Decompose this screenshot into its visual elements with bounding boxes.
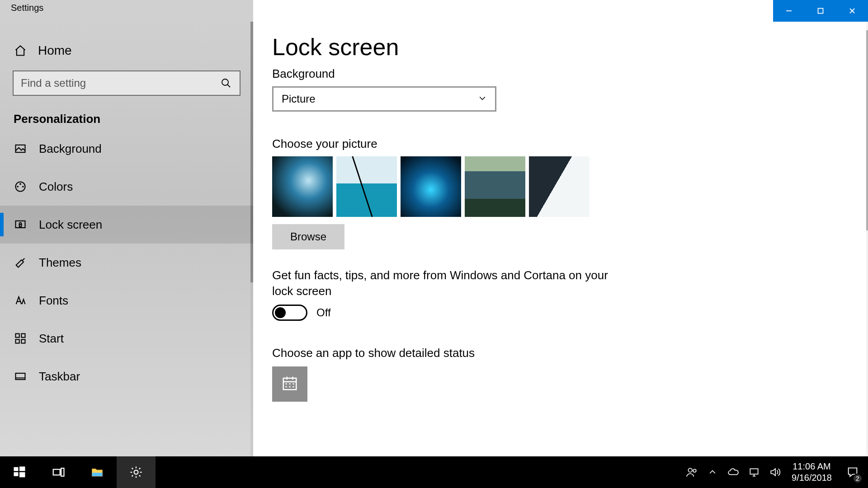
svg-rect-32	[14, 472, 19, 476]
tray-network-icon[interactable]	[745, 456, 764, 488]
taskbar-icon	[14, 370, 27, 383]
content-scrollbar[interactable]	[866, 22, 868, 456]
sidebar-item-label: Lock screen	[39, 218, 102, 232]
svg-rect-14	[16, 334, 19, 338]
choose-picture-label: Choose your picture	[272, 137, 849, 151]
svg-rect-40	[750, 469, 758, 474]
fonts-icon	[14, 294, 27, 307]
svg-rect-31	[19, 467, 25, 471]
sidebar-item-taskbar[interactable]: Taskbar	[0, 357, 253, 395]
sidebar-item-label: Taskbar	[39, 370, 80, 384]
start-button[interactable]	[0, 456, 39, 488]
palette-icon	[14, 180, 27, 193]
background-dropdown[interactable]: Picture	[272, 86, 496, 112]
svg-rect-35	[61, 468, 64, 476]
svg-point-4	[222, 79, 228, 85]
sidebar-item-label: Colors	[39, 180, 73, 194]
taskbar-app-file-explorer[interactable]	[78, 456, 117, 488]
picture-thumbnail[interactable]	[336, 156, 397, 217]
search-input-container[interactable]	[13, 70, 241, 96]
window-title: Settings	[0, 0, 43, 13]
chevron-down-icon	[478, 94, 487, 105]
start-tiles-icon	[14, 332, 27, 345]
svg-point-9	[17, 186, 19, 188]
svg-line-5	[227, 84, 230, 87]
sidebar-item-start[interactable]: Start	[0, 319, 253, 357]
taskbar-clock[interactable]: 11:06 AM 9/16/2018	[786, 461, 837, 483]
sidebar-item-label: Start	[39, 332, 64, 346]
svg-point-39	[693, 469, 696, 473]
taskbar-clock-time: 11:06 AM	[792, 461, 832, 472]
sidebar-item-fonts[interactable]: Fonts	[0, 282, 253, 319]
svg-rect-36	[92, 473, 103, 476]
taskbar-clock-date: 9/16/2018	[792, 472, 832, 483]
toggle-knob	[275, 307, 286, 318]
titlebar: Settings	[0, 0, 868, 22]
svg-point-8	[19, 183, 21, 185]
sidebar-home[interactable]: Home	[0, 33, 253, 69]
sidebar-item-colors[interactable]: Colors	[0, 168, 253, 206]
action-center-button[interactable]: 2	[839, 456, 866, 488]
picture-thumbnail-row	[272, 156, 849, 217]
calendar-icon	[281, 375, 298, 394]
tray-overflow-icon[interactable]	[703, 456, 722, 488]
content-scrollbar-thumb[interactable]	[866, 30, 868, 230]
picture-thumbnail[interactable]	[529, 156, 590, 217]
svg-rect-34	[53, 469, 60, 475]
detailed-status-label: Choose an app to show detailed status	[272, 346, 849, 360]
fun-facts-toggle-state: Off	[316, 306, 331, 319]
tray-volume-icon[interactable]	[765, 456, 784, 488]
sidebar-item-label: Themes	[39, 256, 81, 270]
minimize-button[interactable]	[773, 0, 805, 22]
themes-icon	[14, 256, 27, 269]
svg-point-38	[688, 468, 692, 472]
background-dropdown-value: Picture	[282, 93, 316, 105]
notification-badge: 2	[853, 474, 863, 483]
picture-thumbnail[interactable]	[401, 156, 461, 217]
picture-thumbnail[interactable]	[465, 156, 525, 217]
search-icon	[220, 78, 232, 89]
fun-facts-label: Get fun facts, tips, and more from Windo…	[272, 267, 625, 299]
svg-rect-16	[16, 339, 19, 343]
taskbar: 11:06 AM 9/16/2018 2	[0, 456, 868, 488]
svg-rect-1	[818, 9, 823, 14]
picture-icon	[14, 142, 27, 155]
page-title: Lock screen	[272, 33, 849, 61]
sidebar-item-label: Fonts	[39, 294, 68, 308]
browse-button[interactable]: Browse	[272, 224, 344, 249]
sidebar: Home Personalization	[0, 22, 253, 456]
home-icon	[14, 44, 27, 57]
svg-rect-17	[21, 339, 25, 343]
sidebar-item-lock-screen[interactable]: Lock screen	[0, 206, 253, 244]
close-button[interactable]	[836, 0, 868, 22]
sidebar-category-header: Personalization	[0, 96, 253, 130]
tray-onedrive-icon[interactable]	[724, 456, 743, 488]
sidebar-item-label: Background	[39, 142, 102, 156]
svg-rect-30	[14, 467, 19, 471]
lock-screen-icon	[14, 218, 27, 231]
svg-rect-33	[19, 472, 25, 477]
detailed-status-app-slot[interactable]	[272, 366, 307, 402]
sidebar-item-themes[interactable]: Themes	[0, 244, 253, 282]
svg-point-10	[22, 186, 24, 188]
svg-rect-18	[16, 373, 25, 380]
fun-facts-toggle[interactable]	[272, 305, 307, 321]
taskview-button[interactable]	[39, 456, 78, 488]
tray-people-icon[interactable]	[682, 456, 701, 488]
picture-thumbnail[interactable]	[272, 156, 333, 217]
svg-point-37	[134, 470, 138, 474]
sidebar-item-background[interactable]: Background	[0, 130, 253, 168]
svg-rect-12	[19, 225, 22, 227]
svg-rect-15	[21, 334, 25, 338]
sidebar-home-label: Home	[38, 43, 72, 58]
maximize-button[interactable]	[805, 0, 836, 22]
taskbar-app-settings[interactable]	[117, 456, 156, 488]
content-pane: Lock screen Background Picture Choose yo…	[253, 22, 868, 456]
background-section-label: Background	[272, 67, 849, 81]
window-controls	[773, 0, 868, 22]
search-input[interactable]	[21, 77, 220, 89]
